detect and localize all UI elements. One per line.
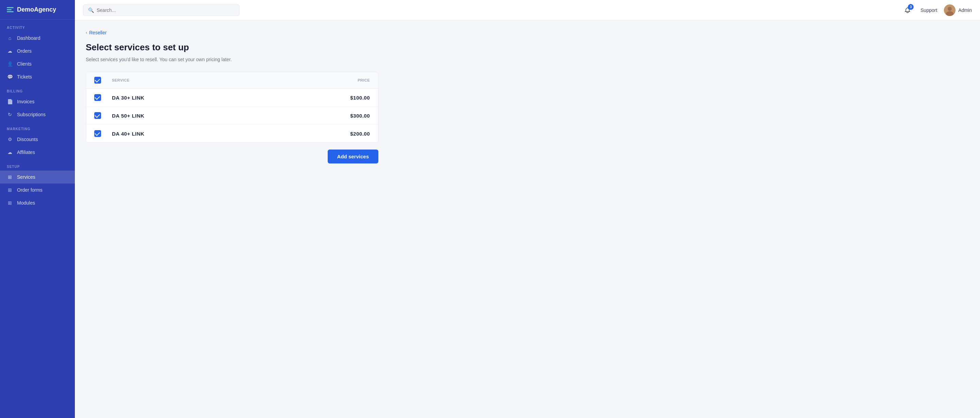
breadcrumb[interactable]: ‹ Reseller	[86, 30, 969, 35]
discounts-icon: ⚙	[7, 136, 13, 142]
main-area: 🔍 3 Support Admin	[75, 0, 980, 418]
sidebar-item-label: Dashboard	[17, 35, 40, 41]
row2-checkbox[interactable]	[94, 112, 101, 119]
sidebar-item-discounts[interactable]: ⚙ Discounts	[0, 133, 75, 146]
col-price-header: PRICE	[329, 78, 370, 82]
section-marketing: MARKETING	[0, 121, 75, 133]
logo-icon	[7, 7, 14, 12]
orders-icon: ☁	[7, 48, 13, 54]
row1-checkbox[interactable]	[94, 94, 101, 101]
support-link[interactable]: Support	[920, 8, 937, 13]
row3-service-name: DA 40+ Link	[112, 131, 322, 137]
services-table: SERVICE PRICE DA 30+ Link $100.00 DA 50+…	[86, 72, 379, 143]
clients-icon: 👤	[7, 61, 13, 67]
user-name: Admin	[958, 8, 972, 13]
col-service-header: SERVICE	[112, 78, 322, 82]
header-checkbox-col	[94, 77, 105, 84]
row3-check-col	[94, 130, 105, 137]
brand-name: DemoAgency	[17, 6, 56, 13]
search-box[interactable]: 🔍	[83, 5, 240, 16]
row2-service-name: DA 50+ Link	[112, 113, 322, 119]
section-billing: BILLING	[0, 83, 75, 95]
notification-badge: 3	[908, 4, 914, 10]
sidebar-item-clients[interactable]: 👤 Clients	[0, 57, 75, 70]
row1-check-col	[94, 94, 105, 101]
chevron-left-icon: ‹	[86, 30, 87, 35]
svg-point-1	[948, 7, 952, 11]
home-icon: ⌂	[7, 35, 13, 41]
row2-check-col	[94, 112, 105, 119]
sidebar-item-dashboard[interactable]: ⌂ Dashboard	[0, 32, 75, 44]
sidebar: DemoAgency ACTIVITY ⌂ Dashboard ☁ Orders…	[0, 0, 75, 418]
breadcrumb-parent: Reseller	[89, 30, 107, 35]
row1-service-name: DA 30+ Link	[112, 95, 322, 101]
page-title: Select services to set up	[86, 42, 969, 53]
sidebar-item-label: Orders	[17, 48, 32, 54]
select-all-checkbox[interactable]	[94, 77, 101, 84]
row2-price: $300.00	[329, 113, 370, 119]
add-services-button[interactable]: Add services	[328, 149, 379, 163]
sidebar-item-subscriptions[interactable]: ↻ Subscriptions	[0, 108, 75, 121]
sidebar-item-label: Subscriptions	[17, 112, 46, 117]
row1-price: $100.00	[329, 95, 370, 101]
services-icon: ⊞	[7, 174, 13, 180]
modules-icon: ⊞	[7, 200, 13, 206]
section-setup: SETUP	[0, 159, 75, 171]
sidebar-item-label: Tickets	[17, 74, 32, 79]
orderforms-icon: ⊞	[7, 187, 13, 193]
sidebar-item-modules[interactable]: ⊞ Modules	[0, 196, 75, 209]
sidebar-item-services[interactable]: ⊞ Services	[0, 171, 75, 184]
sidebar-item-label: Invoices	[17, 99, 34, 104]
sidebar-item-label: Affiliates	[17, 149, 35, 155]
header-right: 3 Support Admin	[901, 4, 972, 16]
sidebar-item-label: Modules	[17, 200, 35, 206]
avatar-image	[944, 5, 956, 16]
tickets-icon: 💬	[7, 74, 13, 80]
subscriptions-icon: ↻	[7, 111, 13, 117]
sidebar-item-affiliates[interactable]: ☁ Affiliates	[0, 146, 75, 159]
row3-checkbox[interactable]	[94, 130, 101, 137]
sidebar-item-orders[interactable]: ☁ Orders	[0, 44, 75, 57]
avatar	[944, 5, 956, 16]
notification-button[interactable]: 3	[901, 4, 914, 16]
invoices-icon: 📄	[7, 98, 13, 104]
table-row: DA 40+ Link $200.00	[86, 125, 378, 142]
sidebar-item-invoices[interactable]: 📄 Invoices	[0, 95, 75, 108]
table-row: DA 30+ Link $100.00	[86, 89, 378, 107]
header: 🔍 3 Support Admin	[75, 0, 980, 21]
page-subtitle: Select services you'd like to resell. Yo…	[86, 57, 969, 62]
sidebar-item-label: Services	[17, 174, 35, 180]
content-area: ‹ Reseller Select services to set up Sel…	[75, 21, 980, 418]
table-header: SERVICE PRICE	[86, 72, 378, 89]
search-input[interactable]	[97, 8, 234, 13]
sidebar-item-label: Order forms	[17, 187, 43, 193]
sidebar-item-label: Discounts	[17, 137, 38, 142]
sidebar-item-label: Clients	[17, 61, 32, 66]
user-menu[interactable]: Admin	[944, 5, 972, 16]
sidebar-item-tickets[interactable]: 💬 Tickets	[0, 70, 75, 83]
search-icon: 🔍	[88, 8, 94, 13]
section-activity: ACTIVITY	[0, 20, 75, 32]
brand-logo[interactable]: DemoAgency	[0, 0, 75, 20]
row3-price: $200.00	[329, 131, 370, 137]
sidebar-item-order-forms[interactable]: ⊞ Order forms	[0, 184, 75, 196]
affiliates-icon: ☁	[7, 149, 13, 155]
table-row: DA 50+ Link $300.00	[86, 107, 378, 125]
action-area: Add services	[86, 149, 379, 163]
